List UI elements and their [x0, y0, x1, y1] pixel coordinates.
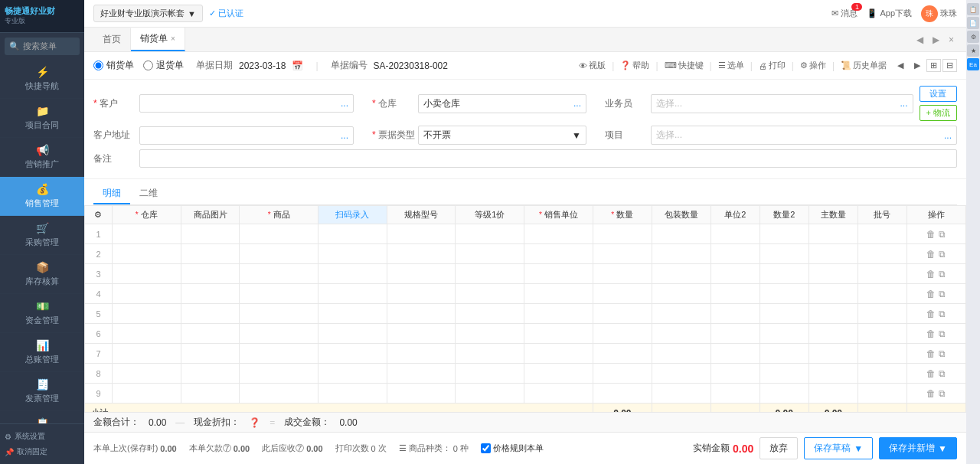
row1-main-qty[interactable] — [808, 224, 858, 244]
sidebar-item-funds[interactable]: 💵 资金管理 — [0, 294, 84, 333]
copy-row5-icon[interactable]: ⧉ — [939, 309, 946, 319]
row1-pack-qty[interactable] — [652, 224, 710, 244]
add-logistics-button[interactable]: + 物流 — [920, 105, 957, 121]
address-input[interactable]: ... — [139, 126, 354, 145]
calendar-icon[interactable]: 📅 — [292, 60, 303, 71]
row1-qty2[interactable] — [760, 224, 808, 244]
search-button[interactable]: 🔍 搜索菜单 — [5, 38, 80, 55]
toolbar-nav-prev[interactable]: ◀ — [893, 59, 908, 72]
copy-row1-icon[interactable]: ⧉ — [939, 229, 946, 240]
return-radio-input[interactable] — [143, 60, 153, 70]
price-check-input[interactable] — [481, 443, 491, 453]
setup-button[interactable]: 设置 — [920, 86, 957, 102]
toolbar-view-btn[interactable]: 👁 视版 — [574, 58, 610, 73]
delete-row2-icon[interactable]: 🗑 — [926, 249, 936, 260]
user-button[interactable]: 珠 珠珠 — [921, 5, 957, 22]
row1-warehouse[interactable] — [112, 224, 181, 244]
right-btn-1[interactable]: 📋 — [967, 3, 979, 15]
tab-2d[interactable]: 二维 — [130, 184, 167, 204]
row2-product[interactable] — [240, 244, 318, 264]
toolbar-table-view1[interactable]: ⊞ — [926, 59, 941, 72]
right-btn-4[interactable]: ★ — [967, 44, 979, 57]
toolbar-select-btn[interactable]: ☰ 选单 — [714, 58, 749, 73]
toolbar-help-btn[interactable]: ❓ 帮助 — [616, 58, 654, 73]
save-draft-button[interactable]: 保存草稿 ▼ — [804, 437, 873, 459]
tab-prev-button[interactable]: ◀ — [913, 33, 926, 47]
sidebar-item-purchase[interactable]: 🛒 采购管理 — [0, 216, 84, 255]
row2-price[interactable] — [456, 244, 524, 264]
right-btn-2[interactable]: 📄 — [967, 17, 979, 29]
copy-row3-icon[interactable]: ⧉ — [939, 269, 946, 279]
row2-qty[interactable] — [593, 244, 652, 264]
price-check-label[interactable]: 价格规则本单 — [481, 443, 544, 454]
copy-row2-icon[interactable]: ⧉ — [939, 249, 946, 260]
return-radio[interactable]: 退货单 — [143, 59, 184, 72]
row2-batch[interactable] — [858, 244, 906, 264]
copy-row6-icon[interactable]: ⧉ — [939, 328, 946, 339]
copy-row4-icon[interactable]: ⧉ — [939, 289, 946, 299]
save-new-button[interactable]: 保存并新增 ▼ — [879, 437, 957, 459]
sidebar-item-project[interactable]: 📁 项目合同 — [0, 99, 84, 138]
copy-row9-icon[interactable]: ⧉ — [939, 388, 946, 399]
row2-main-qty[interactable] — [808, 244, 858, 264]
toolbar-table-view2[interactable]: ⊟ — [942, 59, 957, 72]
toolbar-history-btn[interactable]: 📜 历史单据 — [836, 58, 891, 73]
row2-pack-qty[interactable] — [652, 244, 710, 264]
tab-close-icon[interactable]: × — [171, 34, 175, 43]
row1-unit2[interactable] — [710, 224, 760, 244]
tab-next-button[interactable]: ▶ — [929, 33, 942, 47]
sidebar-item-sales[interactable]: 💰 销售管理 — [0, 177, 84, 216]
sidebar-item-marketing[interactable]: 📢 营销推广 — [0, 138, 84, 177]
row2-unit[interactable] — [524, 244, 593, 264]
delete-row6-icon[interactable]: 🗑 — [926, 328, 936, 339]
sidebar-bottom-cancel-fixed[interactable]: 📌 取消固定 — [5, 444, 80, 459]
row1-image[interactable] — [181, 224, 240, 244]
delete-row9-icon[interactable]: 🗑 — [926, 388, 936, 399]
project-input[interactable]: 选择... ... — [651, 126, 957, 145]
toolbar-shortcut-btn[interactable]: ⌨ 快捷键 — [660, 58, 708, 73]
warehouse-input[interactable]: 小卖仓库 ... — [418, 94, 586, 113]
abandon-button[interactable]: 放弃 — [760, 437, 798, 459]
delete-row8-icon[interactable]: 🗑 — [926, 368, 936, 379]
settings-col-header[interactable]: ⚙ — [85, 206, 113, 224]
copy-row8-icon[interactable]: ⧉ — [939, 368, 946, 379]
delete-row5-icon[interactable]: 🗑 — [926, 309, 936, 319]
toolbar-nav-next[interactable]: ▶ — [910, 59, 925, 72]
right-btn-ea[interactable]: Ea — [967, 58, 979, 70]
sales-radio-input[interactable] — [93, 60, 103, 70]
right-btn-3[interactable]: ⚙ — [967, 31, 979, 43]
row1-batch[interactable] — [858, 224, 906, 244]
import-col-header[interactable]: 扫码录入 — [318, 206, 387, 224]
sidebar-item-invoice[interactable]: 🧾 发票管理 — [0, 372, 84, 411]
delete-row4-icon[interactable]: 🗑 — [926, 289, 936, 299]
row2-unit2[interactable] — [710, 244, 760, 264]
app-download-button[interactable]: 📱 App下载 — [867, 8, 912, 19]
row1-unit[interactable] — [524, 224, 593, 244]
salesperson-input[interactable]: 选择... ... — [651, 94, 913, 113]
row2-image[interactable] — [181, 244, 240, 264]
row1-qty[interactable] — [593, 224, 652, 244]
row1-product[interactable] — [240, 224, 318, 244]
row2-spec[interactable] — [387, 244, 456, 264]
row2-warehouse[interactable] — [112, 244, 181, 264]
sidebar-bottom-settings[interactable]: ⚙ 系统设置 — [5, 429, 80, 444]
sidebar-item-quick-nav[interactable]: ⚡ 快捷导航 — [0, 60, 84, 99]
tab-home[interactable]: 首页 — [93, 28, 131, 51]
tab-close-all-button[interactable]: × — [946, 33, 957, 47]
delete-row3-icon[interactable]: 🗑 — [926, 269, 936, 279]
customer-input[interactable]: ... — [139, 94, 354, 113]
remark-input[interactable] — [139, 149, 957, 168]
company-selector[interactable]: 好业财专业版演示帐套 ▼ — [93, 5, 203, 22]
message-button[interactable]: ✉ 消息 1 — [831, 8, 858, 19]
invoice-select[interactable]: 不开票 ▼ — [418, 126, 586, 145]
row1-import[interactable] — [318, 224, 387, 244]
sidebar-item-inventory[interactable]: 📦 库存核算 — [0, 255, 84, 294]
toolbar-print-btn[interactable]: 🖨 打印 — [754, 58, 790, 73]
sales-radio[interactable]: 销货单 — [93, 59, 134, 72]
toolbar-operation-btn[interactable]: ⚙ 操作 — [795, 58, 831, 73]
row2-import[interactable] — [318, 244, 387, 264]
row1-spec[interactable] — [387, 224, 456, 244]
delete-row1-icon[interactable]: 🗑 — [926, 229, 936, 240]
delete-row7-icon[interactable]: 🗑 — [926, 348, 936, 359]
copy-row7-icon[interactable]: ⧉ — [939, 348, 946, 359]
